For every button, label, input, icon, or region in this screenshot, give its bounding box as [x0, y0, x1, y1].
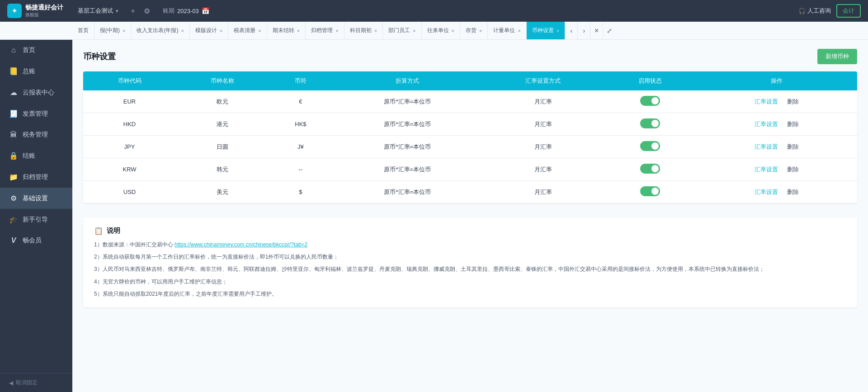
note-title-text: 说明	[107, 227, 120, 235]
close-icon[interactable]: ×	[518, 28, 520, 33]
sidebar-item-home[interactable]: ⌂ 首页	[0, 40, 72, 61]
cell-toggle[interactable]	[604, 90, 696, 113]
member-icon: V	[9, 236, 18, 245]
cell-calc: 原币*汇率=本位币	[333, 158, 482, 181]
tab-prev-button[interactable]: ‹	[565, 22, 578, 39]
close-icon[interactable]: ×	[374, 28, 377, 33]
delete-button[interactable]: 删除	[787, 166, 799, 173]
rate-settings-button[interactable]: 汇率设置	[755, 166, 778, 173]
account-button[interactable]: 会计	[836, 4, 861, 18]
app-sub: 旗舰版	[25, 12, 63, 18]
tab-currency[interactable]: 币种设置 ×	[527, 22, 565, 39]
tab-annual-report[interactable]: 收入支出表(年报) ×	[131, 22, 189, 39]
close-icon[interactable]: ×	[413, 28, 415, 33]
close-icon[interactable]: ×	[335, 28, 338, 33]
sidebar-item-ledger[interactable]: 📒 总账	[0, 61, 72, 82]
tab-unit[interactable]: 计量单位 ×	[488, 22, 526, 39]
delete-button[interactable]: 删除	[787, 121, 799, 128]
close-icon[interactable]: ×	[452, 28, 454, 33]
tab-template[interactable]: 模版设计 ×	[190, 22, 228, 39]
settings-icon[interactable]: ⚙	[142, 5, 152, 17]
tab-department-label: 部门员工	[388, 27, 410, 34]
sidebar-item-reports[interactable]: ☁ 云报表中心	[0, 82, 72, 103]
cell-actions: 汇率设置 删除	[696, 181, 857, 203]
tab-unit-label: 计量单位	[493, 27, 515, 34]
cell-toggle[interactable]	[604, 136, 696, 158]
tab-partner-label: 往来单位	[427, 27, 449, 34]
sidebar-item-tax[interactable]: 🏛 税务管理	[0, 124, 72, 145]
period-value: 2023-03	[177, 8, 199, 14]
rate-settings-button[interactable]: 汇率设置	[755, 98, 778, 105]
sidebar-item-guide[interactable]: 🎓 新手引导	[0, 209, 72, 230]
rate-settings-button[interactable]: 汇率设置	[755, 143, 778, 150]
cell-name: 美元	[176, 181, 269, 203]
add-tab-button[interactable]: ＋	[127, 5, 138, 18]
note-link[interactable]: https://www.chinamoney.com.cn/chinese/bk…	[175, 241, 307, 248]
close-icon[interactable]: ×	[479, 28, 482, 33]
delete-button[interactable]: 删除	[787, 98, 799, 105]
logo-icon: ✦	[7, 4, 22, 18]
cell-rate-method: 月汇率	[482, 90, 604, 113]
cell-symbol: $	[269, 181, 333, 203]
sidebar-item-settings[interactable]: ⚙ 基础设置	[0, 188, 72, 209]
tab-archive[interactable]: 归档管理 ×	[306, 22, 344, 39]
enabled-toggle[interactable]	[640, 186, 660, 196]
enabled-toggle[interactable]	[640, 118, 660, 128]
close-icon[interactable]: ×	[123, 28, 125, 33]
note-item: 2）系统自动获取每月第一个工作日的汇率标价，统一为直接标价法，即1外币可以兑换的…	[94, 253, 846, 261]
rate-settings-button[interactable]: 汇率设置	[755, 121, 778, 128]
cell-symbol: HK$	[269, 113, 333, 136]
enabled-toggle[interactable]	[640, 164, 660, 174]
tab-department[interactable]: 部门员工 ×	[383, 22, 421, 39]
tab-period-close[interactable]: 期末结转 ×	[267, 22, 306, 39]
rate-settings-button[interactable]: 汇率设置	[755, 189, 778, 195]
col-header-symbol: 币符	[269, 71, 333, 90]
support-label: 人工咨询	[807, 7, 831, 15]
sidebar-item-member[interactable]: V 畅会员	[0, 230, 72, 251]
sidebar-item-close[interactable]: 🔒 结账	[0, 145, 72, 166]
cell-actions: 汇率设置 删除	[696, 90, 857, 113]
delete-button[interactable]: 删除	[787, 143, 799, 150]
company-selector[interactable]: 基层工会测试 ▾	[78, 7, 118, 15]
headset-icon: 🎧	[798, 8, 806, 14]
tab-tax[interactable]: 税表清册 ×	[228, 22, 267, 39]
tab-home-label: 首页	[78, 27, 89, 34]
tab-inventory[interactable]: 存货 ×	[460, 22, 488, 39]
currency-table: 币种代码 币种名称 币符 折算方式 汇率设置方式 启用状态 操作 EUR 欧元 …	[83, 71, 857, 203]
new-currency-button[interactable]: 新增币种	[817, 49, 857, 64]
header-actions: ＋ ⚙	[127, 5, 152, 18]
close-icon[interactable]: ×	[258, 28, 261, 33]
support-button[interactable]: 🎧 人工咨询	[798, 7, 831, 15]
close-icon[interactable]: ×	[181, 28, 184, 33]
delete-button[interactable]: 删除	[787, 189, 799, 195]
sidebar-item-archive[interactable]: 📁 归档管理	[0, 166, 72, 188]
tab-home[interactable]: 首页	[72, 22, 94, 39]
cell-actions: 汇率设置 删除	[696, 136, 857, 158]
cell-calc: 原币*汇率=本位币	[333, 113, 482, 136]
close-icon[interactable]: ×	[220, 28, 222, 33]
tab-mid-report[interactable]: 报(中期) ×	[94, 22, 131, 39]
cell-actions: 汇率设置 删除	[696, 158, 857, 181]
sidebar-item-invoice[interactable]: 🧾 发票管理	[0, 103, 72, 124]
calendar-icon[interactable]: 📅	[202, 7, 209, 14]
cell-name: 港元	[176, 113, 269, 136]
sidebar-item-member-label: 畅会员	[23, 236, 42, 245]
tab-partner[interactable]: 往来单位 ×	[422, 22, 460, 39]
cell-calc: 原币*汇率=本位币	[333, 181, 482, 203]
enabled-toggle[interactable]	[640, 141, 660, 151]
sidebar-pin-toggle[interactable]: ◀ 取消固定	[0, 373, 72, 392]
tab-annual-report-label: 收入支出表(年报)	[137, 27, 178, 34]
cell-toggle[interactable]	[604, 113, 696, 136]
tab-archive-label: 归档管理	[311, 27, 333, 34]
cell-toggle[interactable]	[604, 181, 696, 203]
note-icon: 📋	[94, 227, 103, 235]
close-icon[interactable]: ×	[557, 28, 559, 33]
close-icon[interactable]: ×	[297, 28, 300, 33]
enabled-toggle[interactable]	[640, 96, 660, 106]
tab-expand-button[interactable]: ⤢	[603, 22, 616, 39]
tab-subject[interactable]: 科目期初 ×	[344, 22, 383, 39]
tab-next-button[interactable]: ›	[578, 22, 590, 39]
cell-toggle[interactable]	[604, 158, 696, 181]
tab-close-all-button[interactable]: ×	[590, 22, 603, 39]
top-right: 🎧 人工咨询 会计	[798, 4, 861, 18]
